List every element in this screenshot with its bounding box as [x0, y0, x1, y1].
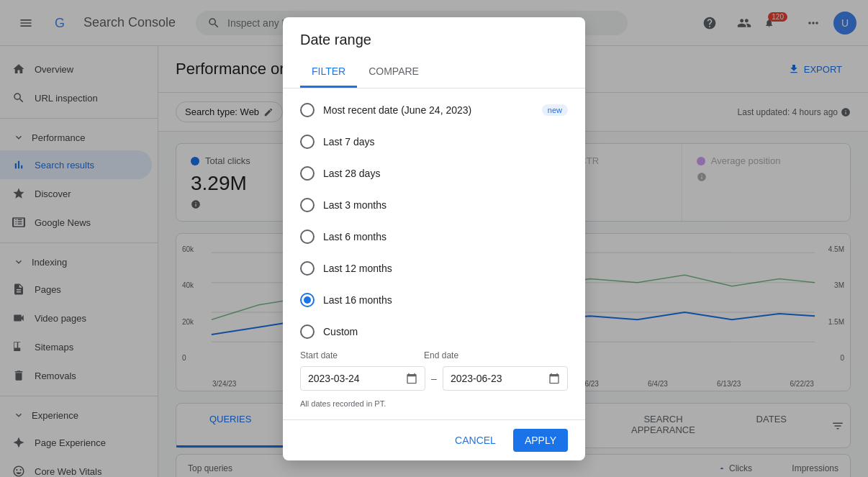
radio-last-16	[300, 293, 315, 307]
calendar-icon-start[interactable]	[406, 373, 417, 384]
label-most-recent: Most recent date (June 24, 2023)	[323, 104, 533, 116]
custom-date-area: Start date End date –	[300, 350, 568, 391]
end-date-input[interactable]	[451, 373, 543, 384]
note-text: All dates recorded in PT.	[300, 399, 568, 408]
option-last-28[interactable]: Last 28 days	[300, 158, 568, 189]
radio-last-28	[300, 166, 315, 181]
option-last-6[interactable]: Last 6 months	[300, 221, 568, 253]
date-range-inputs: –	[300, 366, 568, 391]
cancel-button[interactable]: CANCEL	[443, 429, 507, 452]
modal-body: Most recent date (June 24, 2023) new Las…	[283, 88, 585, 419]
modal-tab-filter[interactable]: FILTER	[300, 57, 357, 88]
modal-title: Date range	[283, 17, 585, 57]
apply-button[interactable]: APPLY	[513, 429, 568, 452]
label-last-28: Last 28 days	[323, 168, 568, 179]
modal-footer: CANCEL APPLY	[283, 419, 585, 460]
label-last-6: Last 6 months	[323, 231, 568, 242]
option-last-7[interactable]: Last 7 days	[300, 126, 568, 158]
radio-last-12	[300, 261, 315, 276]
end-date-wrapper	[443, 366, 568, 391]
radio-last-6	[300, 230, 315, 244]
date-range-modal: Date range FILTER COMPARE Most recent da…	[283, 17, 585, 460]
new-badge: new	[542, 104, 568, 116]
option-last-3[interactable]: Last 3 months	[300, 189, 568, 221]
radio-last-7	[300, 135, 315, 149]
modal-overlay[interactable]: Date range FILTER COMPARE Most recent da…	[0, 0, 868, 477]
label-last-3: Last 3 months	[323, 199, 568, 211]
option-custom[interactable]: Custom	[300, 316, 568, 347]
modal-tab-compare[interactable]: COMPARE	[357, 57, 430, 88]
calendar-icon-end[interactable]	[548, 373, 560, 384]
label-last-7: Last 7 days	[323, 136, 568, 147]
start-date-wrapper	[300, 366, 425, 391]
date-separator: –	[431, 373, 437, 384]
modal-tabs: FILTER COMPARE	[283, 57, 585, 88]
label-last-12: Last 12 months	[323, 263, 568, 274]
radio-custom	[300, 324, 315, 339]
label-last-16: Last 16 months	[323, 294, 568, 306]
option-most-recent[interactable]: Most recent date (June 24, 2023) new	[300, 94, 568, 126]
date-options: Most recent date (June 24, 2023) new Las…	[300, 94, 568, 347]
label-custom: Custom	[323, 326, 568, 337]
radio-most-recent	[300, 103, 315, 117]
end-date-label: End date	[424, 350, 458, 360]
radio-last-3	[300, 198, 315, 212]
option-last-12[interactable]: Last 12 months	[300, 253, 568, 284]
start-date-input[interactable]	[308, 373, 400, 384]
start-date-label: Start date	[300, 350, 338, 360]
option-last-16[interactable]: Last 16 months	[300, 284, 568, 316]
